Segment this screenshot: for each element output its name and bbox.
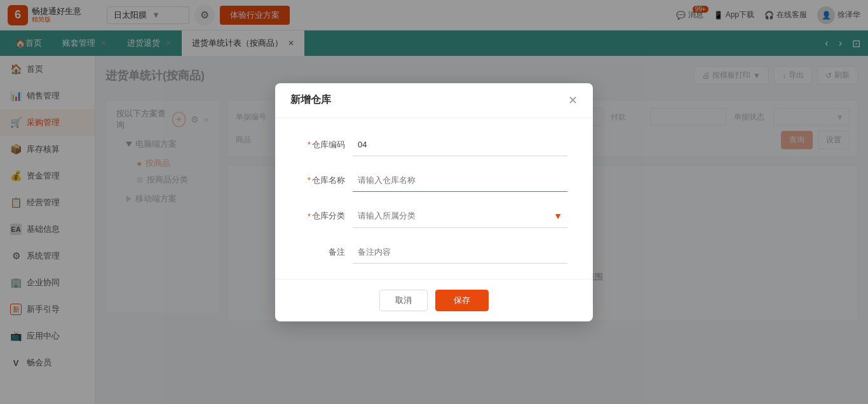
form-row-note: 备注 bbox=[301, 241, 567, 264]
required-star-name: * bbox=[308, 175, 311, 185]
save-button[interactable]: 保存 bbox=[435, 290, 489, 311]
form-row-code: * 仓库编码 bbox=[301, 133, 567, 156]
name-label: * 仓库名称 bbox=[301, 175, 345, 186]
required-star-code: * bbox=[308, 140, 311, 149]
dialog-header: 新增仓库 ✕ bbox=[275, 83, 593, 118]
form-row-category: * 仓库分类 ▼ bbox=[301, 205, 567, 228]
dialog-overlay: 新增仓库 ✕ * 仓库编码 * 仓库名称 bbox=[0, 0, 868, 404]
category-input[interactable] bbox=[353, 205, 553, 227]
form-row-name: * 仓库名称 bbox=[301, 169, 567, 192]
dialog-body: * 仓库编码 * 仓库名称 * 仓库分类 bbox=[275, 118, 593, 279]
dialog-title: 新增仓库 bbox=[290, 93, 331, 107]
dialog-close-button[interactable]: ✕ bbox=[568, 93, 578, 107]
dialog-footer: 取消 保存 bbox=[275, 279, 593, 321]
required-star-category: * bbox=[308, 212, 311, 221]
code-label: * 仓库编码 bbox=[301, 139, 345, 151]
category-wrap[interactable]: ▼ bbox=[353, 205, 567, 228]
code-input[interactable] bbox=[353, 133, 567, 156]
cancel-button[interactable]: 取消 bbox=[379, 290, 428, 311]
category-label: * 仓库分类 bbox=[301, 210, 345, 222]
note-label: 备注 bbox=[301, 246, 345, 258]
name-input[interactable] bbox=[353, 169, 567, 192]
add-warehouse-dialog: 新增仓库 ✕ * 仓库编码 * 仓库名称 bbox=[275, 83, 593, 321]
category-dropdown-icon[interactable]: ▼ bbox=[553, 211, 567, 221]
note-input[interactable] bbox=[353, 241, 567, 264]
